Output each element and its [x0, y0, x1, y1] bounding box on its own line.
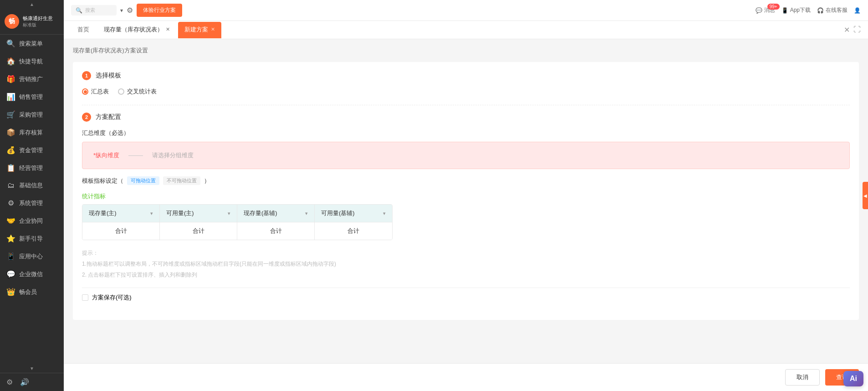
step1-number: 1	[82, 71, 91, 80]
stat-col-1-label: 现存量(主)	[89, 209, 117, 217]
drag-badge: 可拖动位置	[127, 176, 159, 185]
content-area: 现存量(库存状况表)方案设置 1 选择模板 汇总表 交叉统计表	[64, 39, 868, 363]
tab-inventory-close-icon[interactable]: ✕	[166, 26, 170, 32]
sidebar-item-inventory[interactable]: 📦 库存核算	[0, 123, 64, 141]
stat-cell-4: 合计	[315, 222, 392, 240]
sidebar-item-label: 搜索菜单	[19, 40, 43, 48]
indicator-label: 模板指标设定（ 可拖动位置 不可拖动位置 ）	[82, 176, 850, 185]
trial-button[interactable]: 体验行业方案	[137, 4, 182, 17]
indicator-close-paren: ）	[204, 177, 210, 185]
indicator-settings: 模板指标设定（ 可拖动位置 不可拖动位置 ）	[82, 176, 850, 185]
dimension-box[interactable]: *纵向维度 —— 请选择分组维度	[82, 142, 850, 169]
sidebar-item-search-menu[interactable]: 🔍 搜索菜单	[0, 35, 64, 52]
col-1-arrow-icon: ▾	[150, 211, 153, 216]
app-download-button[interactable]: 📱 App下载	[781, 6, 811, 14]
user-avatar[interactable]: 👤	[854, 7, 861, 14]
sidebar-item-member[interactable]: 👑 畅会员	[0, 283, 64, 301]
tab-new-scheme[interactable]: 新建方案 ✕	[178, 22, 221, 38]
radio-cross[interactable]: 交叉统计表	[118, 87, 157, 96]
search-icon: 🔍	[6, 39, 15, 48]
sidebar-item-label: 快捷导航	[19, 57, 43, 66]
topbar-right: 💬 消息 99+ 📱 App下载 🎧 在线客服 👤	[756, 6, 861, 14]
dimension-label: *纵向维度	[93, 151, 119, 159]
sidebar-item-label: 营销推广	[19, 75, 43, 83]
stat-table-label: 统计指标	[82, 192, 850, 201]
online-service-label: 在线客服	[826, 6, 848, 14]
sidebar-item-label: 企业协同	[19, 217, 43, 225]
expand-icon[interactable]: ⛶	[853, 26, 861, 34]
sidebar-item-quick-nav[interactable]: 🏠 快捷导航	[0, 52, 64, 70]
radio-summary-label: 汇总表	[91, 87, 109, 96]
no-drag-badge: 不可拖动位置	[163, 176, 200, 185]
sidebar-scroll-up[interactable]: ▲	[0, 0, 64, 9]
online-service-button[interactable]: 🎧 在线客服	[817, 6, 848, 14]
topbar-dropdown[interactable]: ▾	[120, 7, 123, 14]
tab-inventory-status[interactable]: 现存量（库存状况表） ✕	[97, 22, 176, 38]
radio-summary[interactable]: 汇总表	[82, 87, 109, 96]
phone-icon: 📱	[781, 7, 788, 14]
app-download-label: App下载	[790, 6, 811, 14]
tips-title: 提示：	[82, 247, 850, 258]
sidebar-item-label: 资金管理	[19, 146, 43, 154]
sidebar-scroll-down[interactable]: ▼	[0, 364, 64, 373]
sidebar-item-operation[interactable]: 📋 经营管理	[0, 159, 64, 177]
star-icon: ⭐	[6, 234, 15, 243]
radio-summary-dot	[82, 88, 88, 95]
sidebar-item-basic-info[interactable]: 🗂 基础信息	[0, 177, 64, 194]
sidebar-item-label: 系统管理	[19, 199, 43, 207]
radio-cross-label: 交叉统计表	[127, 87, 157, 96]
stat-table-wrapper: 统计指标 现存量(主) ▾ 可用量(主) ▾	[82, 192, 850, 240]
page-title: 现存量(库存状况表)方案设置	[73, 46, 859, 55]
step2-header: 2 方案配置	[82, 113, 850, 122]
sidebar-item-newbie[interactable]: ⭐ 新手引导	[0, 230, 64, 247]
stat-cell-3: 合计	[237, 222, 315, 240]
step1-section: 1 选择模板 汇总表 交叉统计表	[82, 71, 850, 96]
sidebar-item-label: 经营管理	[19, 164, 43, 172]
phone-icon: 📱	[6, 252, 15, 261]
sidebar-item-marketing[interactable]: 🎁 营销推广	[0, 70, 64, 88]
ai-badge[interactable]: Ai	[843, 371, 863, 386]
aggregate-label: 汇总维度（必选）	[82, 129, 850, 137]
save-option: 方案保存(可选)	[82, 288, 850, 302]
stat-col-2[interactable]: 可用量(主) ▾	[160, 205, 237, 222]
sidebar-item-label: 畅会员	[19, 288, 37, 296]
stat-col-1[interactable]: 现存量(主) ▾	[82, 205, 160, 222]
radio-cross-dot	[118, 88, 124, 95]
stat-col-3[interactable]: 现存量(基辅) ▾	[237, 205, 315, 222]
stat-table-header: 现存量(主) ▾ 可用量(主) ▾ 现存量(基辅) ▾	[82, 205, 392, 222]
cart-icon: 🛒	[6, 110, 15, 119]
stat-col-4-label: 可用量(基辅)	[321, 209, 355, 217]
stat-table-row: 合计 合计 合计 合计	[82, 222, 392, 240]
topbar-search-box[interactable]: 🔍 搜索	[71, 5, 117, 15]
stat-cell-2: 合计	[160, 222, 237, 240]
money-icon: 💰	[6, 146, 15, 154]
sidebar-item-app-center[interactable]: 📱 应用中心	[0, 247, 64, 265]
sidebar-item-enterprise[interactable]: 🤝 企业协同	[0, 212, 64, 230]
stat-col-4[interactable]: 可用量(基辅) ▾	[315, 205, 392, 222]
sidebar-item-finance[interactable]: 💰 资金管理	[0, 141, 64, 159]
step2-section: 2 方案配置 汇总维度（必选） *纵向维度 —— 请选择分组维度 模板指标设定（…	[82, 113, 850, 302]
avatar-icon: 👤	[854, 7, 861, 14]
sidebar-item-sales[interactable]: 📊 销售管理	[0, 88, 64, 106]
sound-icon[interactable]: 🔊	[20, 378, 29, 386]
topbar-gear-icon[interactable]: ⚙	[127, 6, 133, 15]
sidebar-item-system[interactable]: ⚙ 系统管理	[0, 194, 64, 212]
sidebar-item-label: 新手引导	[19, 235, 43, 243]
scheme-settings-card: 1 选择模板 汇总表 交叉统计表 2	[73, 62, 859, 320]
app-version: 标准版	[23, 22, 53, 28]
cancel-button[interactable]: 取消	[785, 369, 820, 386]
tabs-bar: 首页 现存量（库存状况表） ✕ 新建方案 ✕ ✕ ⛶	[64, 21, 868, 39]
messages-button[interactable]: 💬 消息 99+	[756, 6, 775, 14]
right-expand-handle[interactable]: ◀	[863, 182, 868, 209]
settings-icon[interactable]: ⚙	[6, 378, 13, 386]
tab-new-scheme-close-icon[interactable]: ✕	[211, 26, 215, 32]
tip-2: 2. 点击标题栏下拉可设置排序、插入列和删除列	[82, 269, 850, 280]
tab-home[interactable]: 首页	[71, 22, 96, 38]
sidebar-item-purchase[interactable]: 🛒 采购管理	[0, 106, 64, 123]
close-panel-icon[interactable]: ✕	[844, 26, 850, 34]
indicator-title-text: 模板指标设定（	[82, 177, 123, 185]
topbar: 🔍 搜索 ▾ ⚙ 体验行业方案 💬 消息 99+ 📱 App下载 🎧 在线客服	[64, 0, 868, 21]
sidebar-item-wechat[interactable]: 💬 企业微信	[0, 265, 64, 283]
save-checkbox[interactable]	[82, 294, 88, 301]
gift-icon: 🎁	[6, 75, 15, 83]
